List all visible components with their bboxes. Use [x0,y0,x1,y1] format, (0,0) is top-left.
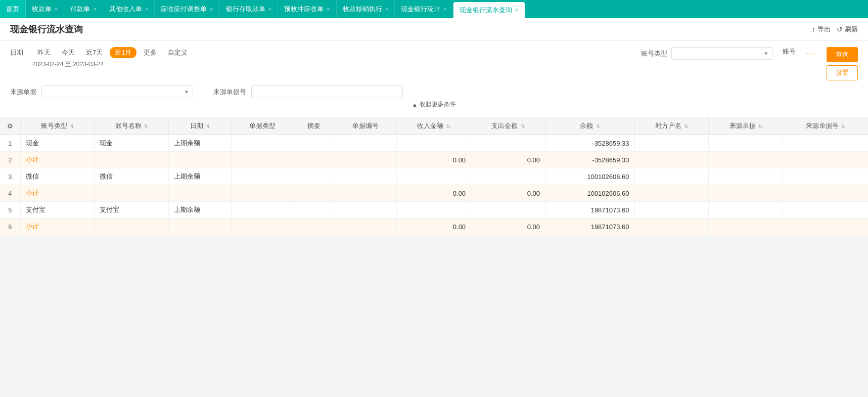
nav-close-hexiao[interactable]: × [385,6,388,12]
cell-doc-no [334,185,397,202]
col-expense[interactable]: 支出金额 ⇅ [471,117,545,135]
cell-summary [294,135,334,152]
cell-date [169,152,232,168]
nav-close-shoufu[interactable]: × [55,6,58,12]
date-custom[interactable]: 自定义 [164,47,192,58]
cell-date: 上期余额 [169,168,232,185]
cell-doc-no [334,168,397,185]
source-doc-select[interactable]: ▾ [41,85,193,98]
col-income[interactable]: 收入金额 ⇅ [397,117,471,135]
nav-close-yushou[interactable]: × [327,6,330,12]
cell-account-type: 微信 [20,168,95,185]
col-counterpart[interactable]: 对方户名 ⇅ [634,117,709,135]
settings-button[interactable]: 设置 [827,65,858,80]
nav-close-yingshou[interactable]: × [210,6,213,12]
refresh-label: 刷新 [845,25,858,34]
cell-counterpart [634,152,709,168]
nav-item-hexiao[interactable]: 收款核销执行 × [337,0,395,18]
col-source-doc-no[interactable]: 来源单据号 ⇅ [783,117,868,135]
cell-source-doc [709,152,783,168]
cell-doc-type [232,202,294,218]
nav-close-tongji[interactable]: × [443,6,446,12]
col-account-name[interactable]: 账号名称 ⇅ [95,117,169,135]
col-date-label: 日期 [190,122,203,129]
nav-item-fukuan[interactable]: 付款单 × [64,0,103,18]
col-doc-type[interactable]: 单据类型 [232,117,294,135]
cell-num: 2 [0,152,20,168]
cell-counterpart [634,135,709,152]
account-type-arrow-icon: ▾ [764,50,768,57]
cell-summary [294,152,334,168]
export-button[interactable]: ↑ 导出 [812,25,831,34]
nav-item-tongji[interactable]: 现金银行统计 × [395,0,453,18]
col-source-doc-no-label: 来源单据号 [806,122,839,129]
sort-icon-account-name: ⇅ [144,123,148,129]
col-summary[interactable]: 摘要 [294,117,334,135]
cell-expense: 0.00 [471,185,545,202]
cell-income [397,202,471,218]
col-account-type[interactable]: 账号类型 ⇅ [20,117,95,135]
cell-doc-no [334,202,397,218]
cell-account-type: 现金 [20,135,95,152]
nav-close-fukuan[interactable]: × [93,6,96,12]
nav-close-liushui[interactable]: × [515,7,518,13]
cell-counterpart [634,218,709,235]
cell-num: 5 [0,202,20,218]
settings-gear-icon: ⚙ [7,122,13,130]
cell-account-type: 小计 [20,152,95,168]
date-more[interactable]: 更多 [140,47,161,58]
cell-doc-no [334,135,397,152]
source-doc-label: 来源单据 [10,87,36,97]
cell-expense: 0.00 [471,218,545,235]
cell-num: 6 [0,218,20,235]
source-doc-arrow-icon: ▾ [185,88,189,96]
date-today[interactable]: 今天 [58,47,79,58]
col-account-type-label: 账号类型 [41,122,67,129]
nav-label-qitashouru: 其他收入单 [109,5,142,14]
account-type-label: 账号类型 [641,49,667,58]
source-doc-no-label: 来源单据号 [213,87,246,97]
nav-item-qitashouru[interactable]: 其他收入单 × [103,0,155,18]
cell-source-doc-no [783,152,868,168]
date-7days[interactable]: 近7天 [82,47,107,58]
cell-account-name [95,218,169,235]
cell-source-doc-no [783,168,868,185]
nav-item-liushui[interactable]: 现金银行流水查询 × [453,2,525,18]
cell-balance: 100102606.60 [545,168,634,185]
nav-close-yinhang[interactable]: × [268,6,271,12]
account-no-dots[interactable]: ... [807,47,816,56]
refresh-button[interactable]: ↺ 刷新 [837,25,858,34]
date-1month[interactable]: 近1月 [110,47,136,58]
col-settings[interactable]: ⚙ [0,117,20,135]
nav-item-yinhang[interactable]: 银行存取款单 × [220,0,278,18]
nav-item-yushou[interactable]: 预收冲应收单 × [278,0,336,18]
cell-counterpart [634,168,709,185]
date-range: 2023-02-24 至 2023-03-24 [32,60,192,69]
col-doc-no[interactable]: 单据编号 [334,117,397,135]
col-balance[interactable]: 余额 ⇅ [545,117,634,135]
cell-account-name: 现金 [95,135,169,152]
col-date[interactable]: 日期 ⇅ [169,117,232,135]
query-button[interactable]: 查询 [827,47,858,62]
col-source-doc[interactable]: 来源单据 ⇅ [709,117,783,135]
source-doc-no-input[interactable] [251,85,403,98]
table-row: 3微信微信上期余额100102606.60 [0,168,868,185]
cell-expense [471,168,545,185]
nav-item-shoufu[interactable]: 收款单 × [26,0,64,18]
col-account-name-label: 账号名称 [115,122,142,129]
col-summary-label: 摘要 [307,122,321,129]
nav-item-yingshou[interactable]: 应收应付调整单 × [155,0,219,18]
nav-label-hexiao: 收款核销执行 [343,5,382,14]
nav-home[interactable]: 首页 [0,0,26,18]
sort-icon-source-doc-no: ⇅ [841,123,845,129]
collapse-row[interactable]: ▲ 收起更多条件 [10,98,858,111]
account-type-select[interactable]: ▾ [671,47,772,60]
export-icon: ↑ [812,25,815,33]
date-yesterday[interactable]: 昨天 [33,47,55,58]
date-options: 昨天 今天 近7天 近1月 更多 自定义 [33,47,192,58]
date-label: 日期 [10,48,30,57]
table-row: 5支付宝支付宝上期余额19871073.60 [0,202,868,218]
nav-close-qita[interactable]: × [145,6,148,12]
cell-doc-type [232,218,294,235]
cell-account-name [95,185,169,202]
